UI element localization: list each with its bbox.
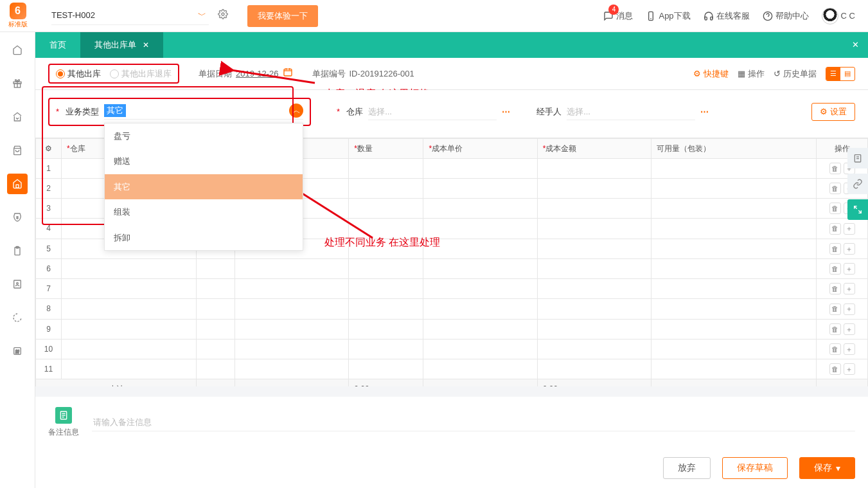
biz-option[interactable]: 拆卸: [105, 225, 303, 251]
rail-note-icon[interactable]: [847, 148, 868, 168]
operate-link[interactable]: ▦操作: [738, 68, 765, 80]
add-icon[interactable]: ＋: [844, 303, 855, 315]
tab-home[interactable]: 首页: [35, 32, 80, 58]
history-label: 历史单据: [783, 68, 817, 80]
add-icon[interactable]: ＋: [844, 363, 855, 375]
add-icon[interactable]: ＋: [844, 343, 855, 355]
add-icon[interactable]: ＋: [844, 323, 855, 335]
biz-type-value: 其它: [104, 104, 126, 117]
brand-logo-icon: 6: [10, 3, 26, 19]
handler-field[interactable]: 经手人 选择... ⋯: [536, 104, 709, 121]
add-icon[interactable]: ＋: [844, 223, 855, 235]
footer-actions: 放弃 保存草稿 保存▾: [35, 448, 868, 488]
radio-outbound[interactable]: 其他出库: [56, 68, 101, 80]
table-row[interactable]: 8🗑＋: [36, 299, 868, 319]
rail-link-icon[interactable]: [847, 174, 868, 194]
biz-option[interactable]: 赠送: [105, 149, 303, 174]
table-row[interactable]: 9🗑＋: [36, 319, 868, 339]
nav-new[interactable]: 新: [7, 341, 28, 361]
row-ops: 🗑＋: [817, 359, 868, 379]
row-index: 3: [36, 199, 62, 219]
row-index: 1: [36, 158, 62, 178]
doc-number-value: ID-20191226-001: [350, 68, 414, 80]
doc-date-field[interactable]: 单据日期 2019-12-26: [199, 67, 293, 81]
table-row[interactable]: 11🗑＋: [36, 359, 868, 379]
app-download-link[interactable]: App下载: [646, 10, 690, 23]
more-icon[interactable]: ⋯: [502, 105, 511, 118]
settings-button[interactable]: ⚙设置: [811, 103, 855, 121]
add-icon[interactable]: ＋: [844, 263, 855, 275]
save-button[interactable]: 保存▾: [799, 457, 855, 479]
delete-icon[interactable]: 🗑: [829, 163, 841, 174]
settings-icon[interactable]: [218, 9, 228, 23]
add-icon[interactable]: ＋: [844, 283, 855, 294]
row-ops: 🗑＋: [817, 279, 868, 299]
delete-icon[interactable]: 🗑: [829, 263, 841, 275]
subtotal-label: 小计: [36, 379, 197, 386]
list-view-icon[interactable]: ☰: [826, 68, 840, 80]
tab-current[interactable]: 其他出库单 ✕: [80, 32, 163, 58]
topbar: 6 标准版 TEST-H002 ﹀ 我要体验一下 4 消息 App下载 在线客服…: [0, 0, 868, 32]
biz-type-select[interactable]: 其它 ︿ 盘亏赠送其它组装拆卸: [104, 104, 303, 120]
row-index: 6: [36, 258, 62, 278]
remark-input[interactable]: [92, 413, 855, 431]
rail-expand-icon[interactable]: [847, 199, 868, 220]
save-draft-button[interactable]: 保存草稿: [722, 457, 788, 479]
biz-type-dropdown: 盘亏赠送其它组装拆卸: [104, 123, 303, 251]
delete-icon[interactable]: 🗑: [829, 203, 841, 214]
more-icon[interactable]: ⋯: [700, 105, 709, 118]
brand-logo: 6 标准版: [0, 3, 35, 29]
nav-home[interactable]: [7, 40, 28, 60]
add-icon[interactable]: ＋: [844, 243, 855, 255]
delete-icon[interactable]: 🗑: [829, 183, 841, 194]
card-view-icon[interactable]: ▤: [840, 68, 855, 80]
biz-type-field: * 业务类型 其它 ︿ 盘亏赠送其它组装拆卸: [56, 104, 303, 120]
history-link[interactable]: ↺历史单据: [774, 68, 817, 80]
close-icon[interactable]: ✕: [143, 39, 149, 51]
nav-contacts[interactable]: [7, 274, 28, 294]
mode-radio-group: 其他出库 其他出库退库: [48, 64, 179, 84]
biz-option[interactable]: 组装: [105, 199, 303, 225]
table-row[interactable]: 10🗑＋: [36, 339, 868, 359]
remark-title: 备注信息: [48, 426, 79, 438]
row-ops: 🗑＋: [817, 239, 868, 258]
biz-option[interactable]: 其它: [105, 174, 303, 200]
view-toggle[interactable]: ☰ ▤: [826, 67, 855, 81]
nav-sync[interactable]: [7, 307, 28, 328]
svg-point-0: [222, 13, 224, 15]
radio-outbound-label: 其他出库: [67, 68, 101, 80]
nav-clipboard[interactable]: [7, 240, 28, 261]
hotkey-link[interactable]: ⚙快捷键: [693, 68, 729, 80]
delete-icon[interactable]: 🗑: [829, 303, 841, 315]
table-row[interactable]: 6🗑＋: [36, 258, 868, 278]
doc-number-label: 单据编号: [312, 68, 346, 80]
help-link[interactable]: 帮助中心: [763, 10, 809, 23]
handler-placeholder: 选择...: [567, 104, 695, 121]
delete-icon[interactable]: 🗑: [829, 343, 841, 355]
tabs-close-all[interactable]: ✕: [842, 32, 868, 58]
nav-money[interactable]: [7, 207, 28, 228]
customer-service-link[interactable]: 在线客服: [704, 10, 750, 23]
gear-icon: ⚙: [45, 144, 52, 153]
nav-bag[interactable]: [7, 140, 28, 161]
try-button[interactable]: 我要体验一下: [247, 5, 318, 27]
biz-option[interactable]: 盘亏: [105, 123, 303, 149]
table-row[interactable]: 7🗑＋: [36, 279, 868, 299]
sidenav: 新: [0, 32, 35, 488]
delete-icon[interactable]: 🗑: [829, 223, 841, 235]
discard-button[interactable]: 放弃: [663, 457, 711, 479]
warehouse-field[interactable]: * 仓库 选择... ⋯: [337, 104, 511, 121]
nav-warehouse[interactable]: [7, 174, 28, 194]
user-menu[interactable]: C C: [822, 8, 855, 24]
delete-icon[interactable]: 🗑: [829, 363, 841, 375]
delete-icon[interactable]: 🗑: [829, 323, 841, 335]
messages-link[interactable]: 4 消息: [603, 10, 633, 23]
org-select[interactable]: TEST-H002 ﹀: [51, 6, 209, 25]
nav-return[interactable]: [7, 107, 28, 127]
col-config[interactable]: ⚙: [36, 138, 62, 158]
delete-icon[interactable]: 🗑: [829, 283, 841, 294]
delete-icon[interactable]: 🗑: [829, 243, 841, 255]
chevron-down-icon: ▾: [836, 463, 840, 473]
radio-return[interactable]: 其他出库退库: [110, 68, 172, 80]
nav-gift[interactable]: [7, 73, 28, 94]
